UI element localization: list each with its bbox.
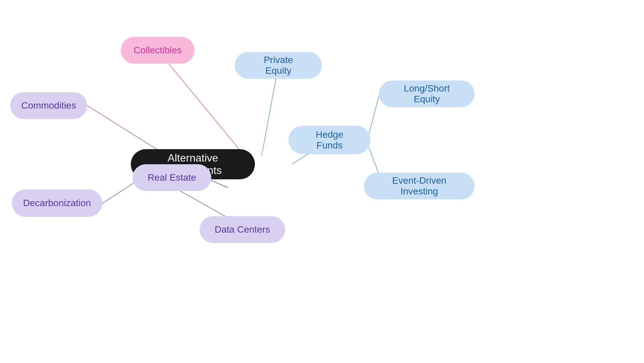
long-short-equity-node[interactable]: Long/Short Equity [379, 80, 475, 107]
svg-line-4 [369, 96, 379, 134]
commodities-label: Commodities [21, 100, 76, 111]
decarbonization-node[interactable]: Decarbonization [12, 189, 102, 217]
real-estate-label: Real Estate [148, 172, 196, 183]
svg-line-2 [262, 65, 278, 156]
long-short-equity-label: Long/Short Equity [394, 83, 460, 105]
svg-line-7 [174, 188, 228, 218]
event-driven-node[interactable]: Event-Driven Investing [364, 173, 475, 199]
svg-line-5 [369, 147, 379, 174]
collectibles-label: Collectibles [133, 45, 181, 56]
collectibles-node[interactable]: Collectibles [121, 37, 195, 64]
private-equity-node[interactable]: Private Equity [235, 52, 322, 79]
event-driven-label: Event-Driven Investing [379, 175, 460, 197]
data-centers-label: Data Centers [215, 224, 270, 235]
real-estate-node[interactable]: Real Estate [132, 164, 211, 191]
decarbonization-label: Decarbonization [23, 198, 91, 208]
data-centers-node[interactable]: Data Centers [200, 216, 285, 243]
commodities-node[interactable]: Commodities [10, 92, 87, 119]
hedge-funds-node[interactable]: Hedge Funds [288, 126, 371, 154]
private-equity-label: Private Equity [250, 55, 307, 76]
hedge-funds-label: Hedge Funds [304, 129, 356, 151]
svg-line-8 [101, 183, 134, 204]
